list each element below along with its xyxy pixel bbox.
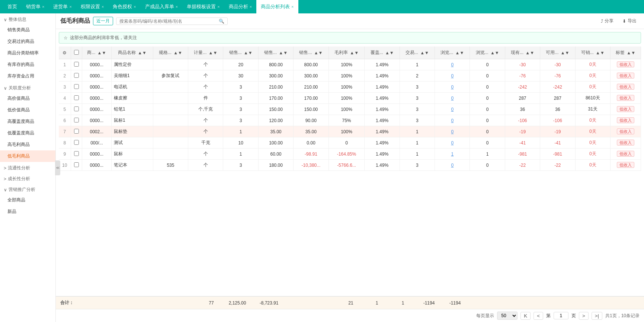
- col-sales-qty[interactable]: 销售... ▲▼: [223, 47, 258, 59]
- nav-close-product-analysis[interactable]: ×: [250, 4, 252, 9]
- export-button[interactable]: ⬇ 导出: [619, 16, 640, 26]
- nav-close-product-entry[interactable]: ×: [176, 4, 178, 9]
- select-all-checkbox[interactable]: [74, 50, 79, 55]
- col-view2[interactable]: 浏览... ▲▼: [470, 47, 505, 59]
- sidebar-group-growth[interactable]: > 成长性分析: [0, 173, 55, 184]
- table-row: 6 0000... 鼠标1 个 3 120.00 90.00 75% 1.49%…: [59, 115, 641, 126]
- sidebar-item-new-products[interactable]: 新品: [0, 206, 55, 217]
- col-tag[interactable]: 标签 ▲▼: [610, 47, 641, 59]
- col-available[interactable]: 可用... ▲▼: [540, 47, 575, 59]
- prev-page-btn[interactable]: <: [534, 312, 543, 320]
- row-view1[interactable]: 0: [435, 126, 470, 137]
- nav-template[interactable]: 单据模板设置 ×: [182, 0, 224, 13]
- row-available: 36: [540, 104, 575, 115]
- row-view1[interactable]: 0: [435, 115, 470, 126]
- row-checkbox[interactable]: [71, 93, 82, 104]
- sidebar-group-marketing[interactable]: ∨ 营销推广分析: [0, 184, 55, 194]
- nav-close-template[interactable]: ×: [217, 4, 220, 9]
- col-code[interactable]: 商... ▲▼: [82, 47, 111, 59]
- sidebar-item-stocked[interactable]: 有库存的商品: [0, 59, 55, 70]
- col-coverage[interactable]: 覆盖... ▲▼: [365, 47, 400, 59]
- row-checkbox[interactable]: [71, 70, 82, 82]
- row-view1[interactable]: 0: [435, 70, 470, 82]
- row-checkbox[interactable]: [71, 104, 82, 115]
- sidebar-item-low-coverage[interactable]: 低覆盖度商品: [0, 127, 55, 139]
- sidebar-item-all-products[interactable]: 全部商品: [0, 194, 55, 206]
- nav-close-permissions[interactable]: ×: [102, 4, 104, 9]
- next-page-btn[interactable]: >: [579, 312, 589, 320]
- col-view1[interactable]: 浏览... ▲▼: [435, 47, 470, 59]
- nav-purchase[interactable]: 进货单 ×: [49, 0, 76, 13]
- row-name[interactable]: 鼠标垫: [112, 126, 153, 137]
- sidebar-item-capital[interactable]: 库存资金占用: [0, 70, 55, 82]
- search-input[interactable]: [119, 19, 219, 24]
- nav-close-product-analysis-list[interactable]: ×: [291, 4, 294, 9]
- search-icon[interactable]: 🔍: [219, 19, 224, 24]
- sidebar-collapse-btn[interactable]: ≪: [55, 160, 60, 175]
- row-name[interactable]: 属性定价: [112, 59, 153, 70]
- nav-close-sales[interactable]: ×: [42, 4, 44, 9]
- col-sales-profit[interactable]: 销售... ▲▼: [294, 47, 329, 59]
- nav-permissions[interactable]: 权限设置 ×: [76, 0, 108, 13]
- sidebar-group-overall[interactable]: ∨ 整体信息: [0, 13, 55, 24]
- sidebar-item-high-margin[interactable]: 高毛利商品: [0, 139, 55, 150]
- col-saleable[interactable]: 可销... ▲▼: [575, 47, 610, 59]
- row-checkbox[interactable]: [71, 115, 82, 126]
- nav-roles[interactable]: 角色授权 ×: [108, 0, 140, 13]
- row-name[interactable]: 笔记本: [112, 160, 153, 171]
- row-checkbox[interactable]: [71, 160, 82, 171]
- nav-product-analysis-list[interactable]: 商品分析列表 ×: [256, 0, 298, 13]
- row-view1[interactable]: 0: [435, 59, 470, 70]
- date-filter-button[interactable]: 近一月: [93, 17, 113, 25]
- row-name[interactable]: 橡皮擦: [112, 93, 153, 104]
- row-spec: 535: [153, 160, 188, 171]
- row-sales-profit: 800.00: [294, 59, 329, 70]
- col-unit[interactable]: 计量... ▲▼: [188, 47, 223, 59]
- row-view1[interactable]: 0: [435, 137, 470, 149]
- row-name[interactable]: 铅笔1: [112, 104, 153, 115]
- last-page-btn[interactable]: >|: [592, 312, 602, 320]
- row-view1[interactable]: 0: [435, 104, 470, 115]
- nav-product-analysis[interactable]: 商品分析 ×: [224, 0, 256, 13]
- row-view1[interactable]: 0: [435, 82, 470, 93]
- sidebar-item-sales-products[interactable]: 销售类商品: [0, 24, 55, 36]
- nav-product-entry[interactable]: 产成品入库单 ×: [141, 0, 182, 13]
- nav-home[interactable]: 首页: [3, 0, 22, 13]
- row-checkbox[interactable]: [71, 82, 82, 93]
- row-checkbox[interactable]: [71, 126, 82, 137]
- row-name[interactable]: 鼠标: [112, 149, 153, 160]
- col-gross-margin[interactable]: 毛利率 ▲▼: [329, 47, 365, 59]
- row-view1[interactable]: 0: [435, 93, 470, 104]
- col-name[interactable]: 商品名称 ▲▼: [112, 47, 153, 59]
- row-checkbox[interactable]: [71, 149, 82, 160]
- sidebar-item-low-value[interactable]: 低价值商品: [0, 104, 55, 116]
- sidebar-item-category-rate[interactable]: 商品分类助销率: [0, 47, 55, 59]
- first-page-btn[interactable]: K: [520, 312, 531, 320]
- sidebar-item-traded-products[interactable]: 交易过的商品: [0, 36, 55, 47]
- row-checkbox[interactable]: [71, 59, 82, 70]
- row-checkbox[interactable]: [71, 137, 82, 149]
- nav-close-purchase[interactable]: ×: [69, 4, 71, 9]
- col-spec[interactable]: 规格... ▲▼: [153, 47, 188, 59]
- sidebar-item-high-value[interactable]: 高价值商品: [0, 93, 55, 104]
- row-name[interactable]: 测试: [112, 137, 153, 149]
- share-button[interactable]: ⤴ 分享: [598, 16, 616, 26]
- row-view1[interactable]: 1: [435, 149, 470, 160]
- sidebar-item-high-coverage[interactable]: 高覆盖度商品: [0, 116, 55, 127]
- col-settings[interactable]: ⚙: [59, 47, 71, 59]
- row-view1[interactable]: 0: [435, 160, 470, 171]
- sidebar-group-relevance[interactable]: ∨ 关联度分析: [0, 82, 55, 93]
- col-transaction[interactable]: 交易... ▲▼: [400, 47, 435, 59]
- nav-sales[interactable]: 销货单 ×: [22, 0, 49, 13]
- page-number-input[interactable]: [554, 312, 568, 319]
- page-size-select[interactable]: 10 20 50 100: [497, 312, 518, 320]
- footer-gross-margin: [286, 300, 312, 306]
- row-name[interactable]: 电话机: [112, 82, 153, 93]
- col-current[interactable]: 现有... ▲▼: [505, 47, 540, 59]
- col-sales-amount[interactable]: 销售... ▲▼: [258, 47, 293, 59]
- row-name[interactable]: 吴细细1: [112, 70, 153, 82]
- nav-close-roles[interactable]: ×: [134, 4, 136, 9]
- row-name[interactable]: 鼠标1: [112, 115, 153, 126]
- sidebar-item-low-margin[interactable]: 低毛利商品: [0, 150, 55, 162]
- sidebar-group-liquidity[interactable]: > 流通性分析: [0, 162, 55, 173]
